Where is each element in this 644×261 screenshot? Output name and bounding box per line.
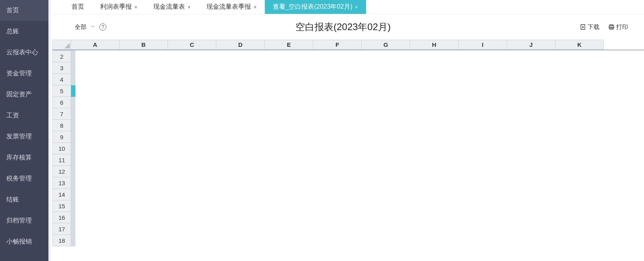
close-icon[interactable]: × (253, 4, 256, 10)
chevron-down-icon[interactable]: ﹀ (91, 24, 95, 31)
col-header-K[interactable]: K (555, 40, 604, 50)
row-header-3[interactable]: 3 (53, 62, 71, 74)
tab-label: 首页 (71, 3, 84, 11)
cell-K10[interactable] (75, 143, 75, 154)
row-header-16[interactable]: 16 (53, 212, 71, 223)
print-label: 打印 (616, 23, 628, 31)
row-header-17[interactable]: 17 (53, 223, 71, 235)
tab-1[interactable]: 利润表季报× (92, 0, 145, 14)
row-header-18[interactable]: 18 (53, 235, 71, 246)
close-icon[interactable]: × (355, 4, 358, 10)
main-area: 首页利润表季报×现金流量表×现金流量表季报×查看_空白报表(2023年02月)×… (52, 0, 644, 261)
col-header-H[interactable]: H (410, 40, 459, 50)
col-header-I[interactable]: I (459, 40, 507, 50)
row-header-10[interactable]: 10 (53, 143, 71, 154)
sidebar-item-10[interactable]: 归档管理 (0, 210, 51, 231)
cell-K9[interactable] (75, 131, 75, 143)
cell-K7[interactable] (75, 108, 75, 120)
cell-K5[interactable] (75, 85, 75, 97)
cell-K11[interactable] (75, 154, 75, 166)
row-header-14[interactable]: 14 (53, 189, 71, 200)
col-header-C[interactable]: C (168, 40, 216, 50)
row-header-7[interactable]: 7 (53, 108, 71, 120)
sidebar-scrollbar[interactable] (48, 0, 51, 261)
cell-K3[interactable] (75, 62, 75, 74)
row-header-2[interactable]: 2 (53, 51, 71, 62)
tab-bar: 首页利润表季报×现金流量表×现金流量表季报×查看_空白报表(2023年02月)× (52, 0, 644, 14)
cell-K15[interactable] (75, 200, 75, 212)
cell-K6[interactable] (75, 97, 75, 108)
help-icon[interactable]: ? (99, 23, 106, 31)
tab-label: 现金流量表季报 (206, 3, 251, 11)
col-header-B[interactable]: B (120, 40, 168, 50)
tab-2[interactable]: 现金流量表× (145, 0, 199, 14)
sidebar-item-9[interactable]: 结账 (0, 189, 51, 210)
cell-K8[interactable] (75, 120, 75, 131)
spreadsheet[interactable]: ABCDEFGHIJK 23456789101112131415161718 (52, 40, 644, 261)
tab-4[interactable]: 查看_空白报表(2023年02月)× (265, 0, 366, 14)
sidebar-item-3[interactable]: 资金管理 (0, 63, 51, 84)
sidebar-item-2[interactable]: 云报表中心 (0, 42, 51, 63)
cell-K18[interactable] (75, 235, 75, 246)
cell-K16[interactable] (75, 212, 75, 223)
download-label: 下载 (588, 23, 600, 31)
tab-label: 现金流量表 (153, 3, 185, 11)
cell-K17[interactable] (75, 223, 75, 235)
cell-K2[interactable] (75, 51, 75, 62)
col-header-A[interactable]: A (71, 40, 120, 50)
row-header-5[interactable]: 5 (53, 85, 71, 97)
col-header-J[interactable]: J (507, 40, 555, 50)
tab-label: 利润表季报 (100, 3, 132, 11)
sidebar-item-4[interactable]: 固定资产 (0, 84, 51, 105)
row-header-8[interactable]: 8 (53, 120, 71, 131)
col-header-E[interactable]: E (265, 40, 313, 50)
col-header-F[interactable]: F (313, 40, 362, 50)
close-icon[interactable]: × (134, 4, 137, 10)
tab-label: 查看_空白报表(2023年02月) (273, 3, 353, 11)
row-header-9[interactable]: 9 (53, 131, 71, 143)
download-icon (580, 24, 586, 30)
filter-label[interactable]: 全部 (75, 23, 87, 31)
print-button[interactable]: 打印 (608, 23, 628, 31)
col-header-D[interactable]: D (216, 40, 265, 50)
row-header-6[interactable]: 6 (53, 97, 71, 108)
cell-K4[interactable] (75, 74, 75, 85)
close-icon[interactable]: × (187, 4, 191, 10)
row-header-13[interactable]: 13 (53, 177, 71, 189)
col-header-G[interactable]: G (362, 40, 410, 50)
tab-3[interactable]: 现金流量表季报× (199, 0, 264, 14)
sidebar-item-7[interactable]: 库存核算 (0, 147, 51, 168)
row-header-4[interactable]: 4 (53, 74, 71, 85)
download-button[interactable]: 下载 (580, 23, 600, 31)
sheet-corner[interactable] (53, 40, 71, 50)
sidebar-item-6[interactable]: 发票管理 (0, 126, 51, 147)
toolbar: 全部 ﹀ ? 空白报表(2023年02月) 下载 打印 (52, 14, 644, 40)
cell-K14[interactable] (75, 189, 75, 200)
page-title: 空白报表(2023年02月) (106, 21, 580, 33)
sidebar-item-5[interactable]: 工资 (0, 105, 51, 126)
sidebar-item-0[interactable]: 首页 (0, 0, 51, 21)
row-header-11[interactable]: 11 (53, 154, 71, 166)
sidebar-item-11[interactable]: 小畅报销 (0, 231, 51, 252)
tab-0[interactable]: 首页 (64, 0, 92, 14)
row-header-12[interactable]: 12 (53, 166, 71, 177)
sidebar: 首页总账云报表中心资金管理固定资产工资发票管理库存核算税务管理结账归档管理小畅报… (0, 0, 51, 261)
cell-K12[interactable] (75, 166, 75, 177)
sidebar-item-1[interactable]: 总账 (0, 21, 51, 42)
print-icon (608, 24, 615, 30)
sidebar-item-8[interactable]: 税务管理 (0, 168, 51, 189)
row-header-15[interactable]: 15 (53, 200, 71, 212)
cell-K13[interactable] (75, 177, 75, 189)
